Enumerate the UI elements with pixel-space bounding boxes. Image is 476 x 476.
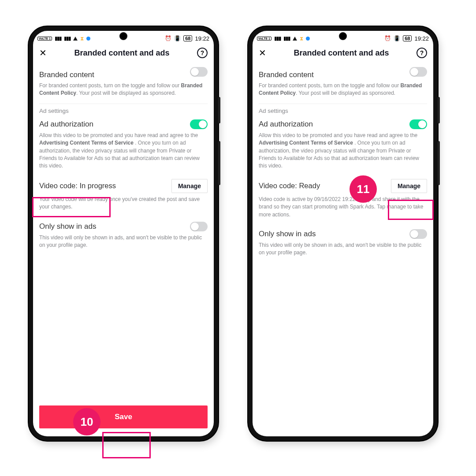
signal-icon-2: ▮▮▮ (64, 35, 71, 41)
alarm-icon: ⏰ (384, 35, 391, 41)
wifi-icon (293, 37, 297, 41)
signal-icon: ▮▮▮ (274, 35, 281, 41)
vibrate-icon: 📳 (174, 35, 181, 41)
volte-badge: VoLTE 1 (257, 37, 271, 41)
callout-step-11: 11 (350, 175, 377, 203)
volte-badge: VoLTE 1 (37, 37, 52, 41)
hourglass-icon: ⧗ (300, 35, 303, 41)
page-title: Branded content and ads (294, 48, 389, 58)
save-button[interactable]: Save (39, 405, 208, 428)
ad-authorization-title: Ad authorization (259, 120, 313, 129)
manage-button[interactable]: Manage (391, 179, 427, 193)
notification-dot-icon (306, 37, 310, 41)
help-icon[interactable]: ? (416, 48, 427, 58)
signal-icon: ▮▮▮ (55, 35, 61, 41)
ad-authorization-desc: Allow this video to be promoted and you … (39, 132, 208, 170)
battery-level: 68 (403, 35, 412, 41)
wifi-icon (73, 37, 78, 41)
branded-content-toggle[interactable] (409, 67, 427, 77)
branded-content-desc: For branded content posts, turn on the t… (39, 82, 208, 97)
only-show-ads-desc: This video will only be shown in ads, an… (39, 234, 208, 249)
only-show-ads-toggle[interactable] (409, 229, 427, 239)
branded-content-desc: For branded content posts, turn on the t… (259, 82, 427, 97)
camera-notch (339, 32, 347, 40)
ad-settings-label: Ad settings (259, 108, 427, 114)
notification-dot-icon (86, 37, 90, 41)
hourglass-icon: ⧗ (80, 35, 84, 41)
video-code-title: Video code: In progress (39, 182, 116, 190)
clock-time: 19:22 (414, 35, 429, 42)
camera-notch (119, 32, 127, 40)
ad-authorization-title: Ad authorization (39, 120, 93, 129)
close-icon[interactable]: ✕ (39, 48, 47, 58)
close-icon[interactable]: ✕ (259, 48, 266, 58)
branded-content-title: Branded content (259, 71, 314, 79)
ad-authorization-toggle[interactable] (190, 119, 208, 129)
only-show-ads-desc: This video will only be shown in ads, an… (259, 242, 427, 257)
video-code-desc: Your video code will be ready once you'v… (39, 196, 208, 211)
page-header: ✕ Branded content and ads ? (253, 43, 433, 64)
ad-authorization-desc: Allow this video to be promoted and you … (259, 132, 427, 170)
vibrate-icon: 📳 (394, 35, 400, 41)
signal-icon-2: ▮▮▮ (283, 35, 290, 41)
battery-level: 68 (183, 35, 192, 41)
only-show-ads-toggle[interactable] (190, 222, 208, 231)
branded-content-toggle[interactable] (190, 67, 208, 77)
only-show-ads-title: Only show in ads (39, 222, 96, 231)
manage-button[interactable]: Manage (171, 179, 208, 193)
branded-content-title: Branded content (39, 71, 94, 79)
page-title: Branded content and ads (74, 48, 169, 58)
alarm-icon: ⏰ (165, 35, 171, 41)
phone-mockup-right: VoLTE 1 ▮▮▮ ▮▮▮ ⧗ ⏰ 📳 68 19:22 ✕ Branded… (248, 26, 438, 441)
ad-settings-label: Ad settings (39, 108, 208, 114)
only-show-ads-title: Only show in ads (259, 230, 316, 238)
ad-authorization-toggle[interactable] (409, 119, 427, 129)
help-icon[interactable]: ? (197, 48, 208, 58)
clock-time: 19:22 (195, 35, 209, 42)
page-header: ✕ Branded content and ads ? (33, 43, 214, 64)
video-code-title: Video code: Ready (259, 182, 320, 190)
video-code-desc: Video code is active by 09/16/2022 19:22… (259, 196, 427, 219)
phone-mockup-left: VoLTE 1 ▮▮▮ ▮▮▮ ⧗ ⏰ 📳 68 19:22 ✕ Branded… (29, 26, 218, 441)
callout-step-10: 10 (73, 408, 100, 435)
